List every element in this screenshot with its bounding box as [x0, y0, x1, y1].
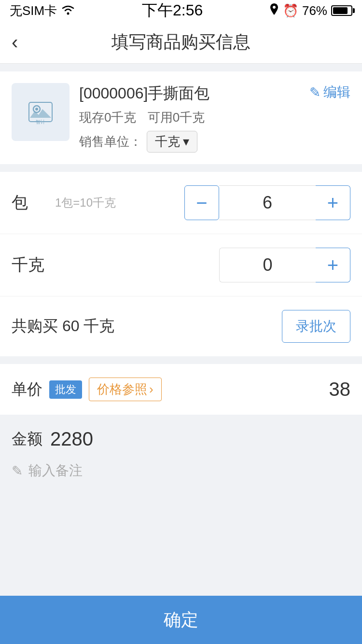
quantity-control-kg: + [219, 248, 350, 282]
quantity-input-bag[interactable] [219, 185, 316, 220]
product-section: 智计 [0000006]手撕面包 现存0千克 可用0千克 销售单位： 千克 ▾ … [0, 71, 362, 164]
nav-bar: ‹ 填写商品购买信息 [0, 21, 362, 64]
price-value: 38 [329, 378, 351, 400]
increase-bag-button[interactable]: + [316, 185, 350, 220]
sim-text: 无SIM卡 [10, 2, 57, 19]
svg-point-2 [35, 108, 38, 111]
battery-percent: 76% [302, 3, 327, 18]
summary-text: 共购买 60 千克 [12, 316, 114, 337]
dropdown-icon: ▾ [183, 134, 189, 149]
note-placeholder: 输入备注 [28, 462, 83, 480]
location-icon [269, 3, 279, 18]
quantity-row-bag: 包 1包=10千克 − + [0, 172, 362, 234]
quantity-control-bag: − + [184, 185, 350, 220]
back-button[interactable]: ‹ [12, 31, 18, 53]
increase-kg-button[interactable]: + [316, 248, 350, 282]
wifi-icon [61, 3, 75, 18]
amount-value: 2280 [50, 428, 93, 450]
edit-icon: ✎ [309, 84, 320, 100]
confirm-button[interactable]: 确定 [0, 596, 362, 644]
price-section: 单价 批发 价格参照 › 38 [0, 364, 362, 415]
amount-section: 金额 2280 ✎ 输入备注 [0, 415, 362, 493]
note-icon: ✎ [12, 463, 23, 479]
price-row: 单价 批发 价格参照 › 38 [12, 378, 350, 401]
amount-row: 金额 2280 [12, 428, 350, 450]
quantity-hint-bag: 1包=10千克 [55, 195, 184, 210]
product-thumbnail: 智计 [12, 83, 70, 141]
note-row[interactable]: ✎ 输入备注 [12, 458, 350, 493]
decrease-bag-button[interactable]: − [184, 185, 219, 220]
chevron-right-icon: › [149, 382, 153, 397]
price-ref-button[interactable]: 价格参照 › [89, 378, 162, 401]
product-stock: 现存0千克 可用0千克 [79, 109, 350, 126]
quantity-label-bag: 包 [12, 192, 50, 214]
product-unit: 销售单位： 千克 ▾ [79, 131, 350, 153]
quantity-input-kg[interactable] [219, 248, 316, 282]
svg-point-0 [67, 12, 70, 14]
quantity-section: 包 1包=10千克 − + 千克 + 共购买 60 千克 录批次 [0, 172, 362, 356]
page-title: 填写商品购买信息 [111, 30, 251, 54]
edit-button[interactable]: ✎ 编辑 [309, 83, 350, 101]
summary-row: 共购买 60 千克 录批次 [0, 296, 362, 356]
svg-text:智计: 智计 [36, 119, 45, 125]
status-bar: 无SIM卡 下午2:56 ⏰ 76% [0, 0, 362, 21]
alarm-icon: ⏰ [283, 3, 298, 18]
batch-button[interactable]: 录批次 [282, 310, 350, 343]
price-type-tag: 批发 [49, 380, 82, 399]
battery-icon [331, 5, 352, 16]
status-right: ⏰ 76% [269, 3, 352, 18]
status-time: 下午2:56 [142, 0, 203, 21]
price-left: 单价 批发 价格参照 › [12, 378, 162, 401]
price-label: 单价 [12, 379, 42, 400]
status-left: 无SIM卡 [10, 2, 75, 19]
unit-select[interactable]: 千克 ▾ [147, 131, 197, 153]
quantity-label-kg: 千克 [12, 254, 50, 276]
amount-label: 金额 [12, 429, 42, 450]
quantity-row-kg: 千克 + [0, 234, 362, 296]
